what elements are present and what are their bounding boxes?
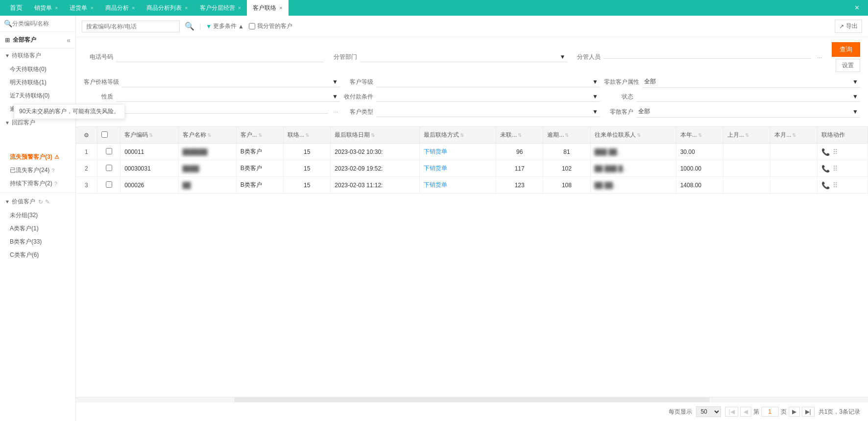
th-settings[interactable]: ⚙ [76,127,97,144]
filter-search-input[interactable] [82,21,180,32]
td-method-3[interactable]: 下销货单 [419,177,496,194]
row-checkbox-3[interactable] [106,181,112,188]
filter-more-icon-2[interactable]: ··· [331,108,340,115]
refresh-icon[interactable]: ↻ [38,198,43,205]
contact-method-link-3[interactable]: 下销货单 [424,181,447,188]
action-contact-icon-1[interactable]: 📞 [821,148,830,156]
filter-nature-select[interactable]: ▼ [116,92,340,102]
edit-icon[interactable]: ✎ [45,198,50,205]
sidebar-item-class-a[interactable]: A类客户(1) [0,222,75,235]
close-all-button[interactable]: × [850,3,864,12]
nav-tab-home[interactable]: 首页 [4,0,28,16]
sidebar-item-already-churn[interactable]: 已流失客户(24) ? [0,164,75,177]
filter-cust-type-select[interactable]: ▼ [376,107,600,117]
th-code[interactable]: 客户编码⇅ [121,127,178,144]
nav-tab-analysis-list[interactable]: 商品分析列表 × [141,0,193,16]
td-checkbox-3[interactable] [97,177,120,194]
sidebar-section-value[interactable]: ▼ 价值客户 ↻ ✎ [0,195,75,209]
my-customers-checkbox[interactable]: 我分管的客户 [249,22,292,30]
prev-page-button[interactable]: ◀ [740,407,751,417]
sidebar-item-today[interactable]: 今天待联络(0) [0,63,75,76]
filter-zero-sale-attr-select[interactable]: 全部 ▼ [642,76,860,88]
filter-cust-level-select[interactable]: ▼ [376,77,600,87]
my-customers-check[interactable] [249,23,255,29]
nav-tab-customer-contact[interactable]: 客户联络 × [247,0,288,16]
td-seq-1: 1 [76,144,97,160]
query-button[interactable]: 查询 [832,42,860,57]
th-last-contact-date[interactable]: 最后联络日期⇅ [331,127,420,144]
sidebar-item-class-b[interactable]: B类客户(33) [0,235,75,248]
sort-icon-last-month: ⇅ [745,132,749,138]
action-contact-icon-2[interactable]: 📞 [821,165,830,173]
th-unit-contact[interactable]: 往来单位联系人⇅ [590,127,676,144]
more-conditions-button[interactable]: ▼ 更多条件 ▲ [206,22,244,30]
sidebar-item-churn-predicted[interactable]: 流失预警客户(3) ⚠ [0,150,75,164]
sidebar-item-class-c[interactable]: C类客户(6) [0,248,75,262]
page-input[interactable] [761,407,779,417]
th-uncontacted[interactable]: 未联...⇅ [496,127,543,144]
filter-status-select[interactable]: ▼ [636,92,860,102]
th-this-month[interactable]: 本月...⇅ [771,127,818,144]
filter-phone-input[interactable] [116,52,324,62]
contact-method-link-2[interactable]: 下销货单 [424,165,447,172]
td-checkbox-1[interactable] [97,144,120,160]
filter-region-select[interactable] [122,110,328,114]
chevron-up-icon: ▲ [238,23,244,30]
sidebar-search-input[interactable] [12,20,76,27]
sidebar-item-unclassified[interactable]: 未分组(32) [0,209,75,222]
sidebar-all-customers[interactable]: ⊞ 全部客户 « [0,32,75,49]
th-last-month[interactable]: 上月...⇅ [723,127,770,144]
filter-search-button[interactable]: 🔍 [185,22,194,31]
td-checkbox-2[interactable] [97,160,120,177]
filter-payment-select[interactable]: ▼ [376,92,600,102]
th-contacts[interactable]: 联络...⇅ [284,127,331,144]
th-action: 联络动作 [818,127,868,144]
horizontal-scrollbar[interactable] [76,397,868,402]
sidebar-item-tomorrow[interactable]: 明天待联络(1) [0,76,75,89]
action-more-icon-3[interactable]: ⠿ [833,181,838,189]
th-name[interactable]: 客户名称⇅ [178,127,236,144]
sidebar-item-week[interactable]: 近7天待联络(0) [0,89,75,102]
sidebar-item-downgrade[interactable]: 持续下滑客户(2) ? [0,177,75,190]
filter-zero-sale-select[interactable]: 全部 ▼ [636,106,860,118]
scrollbar-track[interactable] [234,397,709,402]
export-button[interactable]: ↗ 导出 [835,20,862,33]
close-analysis-tab[interactable]: × [132,5,135,11]
row-checkbox-2[interactable] [106,165,112,171]
close-purchase-tab[interactable]: × [90,5,93,11]
td-method-1[interactable]: 下销货单 [419,144,496,160]
close-analysis-list-tab[interactable]: × [185,5,188,11]
close-customer-contact-tab[interactable]: × [279,5,282,11]
th-type[interactable]: 客户...⇅ [236,127,283,144]
filter-dept-select[interactable]: ▼ [360,52,568,62]
nav-tab-purchase[interactable]: 进货单 × [64,0,99,16]
close-sales-tab[interactable]: × [55,5,58,11]
contact-method-link-1[interactable]: 下销货单 [424,148,447,155]
th-last-contact-method[interactable]: 最后联络方式⇅ [419,127,496,144]
td-method-2[interactable]: 下销货单 [419,160,496,177]
page-size-select[interactable]: 50 100 200 [696,406,721,417]
first-page-button[interactable]: |◀ [725,407,738,417]
action-more-icon-2[interactable]: ⠿ [833,165,838,173]
filter-more-icon-1[interactable]: ··· [815,54,824,61]
sidebar-section-pending-contact[interactable]: ▼ 待联络客户 [0,49,75,63]
action-more-icon-1[interactable]: ⠿ [833,148,838,156]
th-this-year[interactable]: 本年...⇅ [676,127,723,144]
nav-tab-sales[interactable]: 销货单 × [28,0,64,16]
settings-button[interactable]: 设置 [836,59,860,72]
top-navigation: 首页 销货单 × 进货单 × 商品分析 × 商品分析列表 × 客户分层经营 × … [0,0,868,16]
filter-mgr-select[interactable] [603,55,811,59]
collapse-sidebar-icon[interactable]: « [67,36,71,44]
nav-tab-analysis[interactable]: 商品分析 × [99,0,141,16]
next-page-button[interactable]: ▶ [789,407,800,417]
last-page-button[interactable]: ▶| [802,407,815,417]
close-customer-tier-tab[interactable]: × [238,5,241,11]
row-checkbox-1[interactable] [106,148,112,154]
select-all-checkbox[interactable] [101,131,108,138]
filter-price-tier-select[interactable]: ▼ [122,77,340,87]
nav-tab-customer-tier[interactable]: 客户分层经营 × [194,0,247,16]
action-contact-icon-3[interactable]: 📞 [821,181,830,189]
th-checkbox[interactable] [97,127,120,144]
customer-table: ⚙ 客户编码⇅ 客户名称⇅ 客户...⇅ 联络...⇅ 最后联络日期⇅ 最后联络… [76,127,868,194]
th-overdue[interactable]: 逾期...⇅ [543,127,590,144]
